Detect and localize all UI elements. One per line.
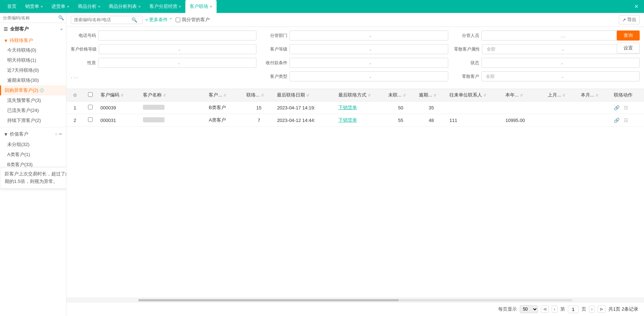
next-page-btn[interactable]: › (589, 306, 595, 313)
repurchase-info-icon[interactable]: ⓘ (40, 88, 44, 93)
page-prefix: 第 (560, 306, 565, 312)
prev-page-btn[interactable]: ‹ (552, 306, 557, 313)
last-month-sort-icon[interactable]: ⇵ (562, 93, 565, 97)
this-month-sort-icon[interactable]: ⇵ (596, 93, 598, 97)
row2-partner: 111 (446, 114, 502, 127)
col-header-check[interactable] (83, 89, 97, 102)
export-button[interactable]: ↗ 导出 (619, 15, 640, 24)
filter-manager-select[interactable]: ... (481, 30, 640, 41)
nav-customer-contact-close[interactable]: × (210, 4, 212, 9)
code-sort-icon[interactable]: ⇵ (121, 93, 124, 97)
nav-sales-close[interactable]: × (41, 4, 43, 9)
window-close-button[interactable]: × (631, 3, 641, 10)
settings-icon[interactable]: ⚙ (73, 93, 77, 98)
scroll-track[interactable] (138, 299, 572, 301)
row1-link-icon[interactable]: 🔗 (614, 105, 620, 110)
more-dots-btn[interactable]: ... (71, 73, 79, 80)
partner-sort-icon[interactable]: ⇵ (483, 93, 486, 97)
nav-product-analysis[interactable]: 商品分析 × (74, 0, 105, 13)
row1-grid-icon[interactable]: ☷ (624, 105, 628, 110)
sidebar-all-customers[interactable]: ☰ 全部客户 « (0, 23, 66, 35)
nav-purchase[interactable]: 进货单 × (47, 0, 73, 13)
sidebar-group-pending[interactable]: ▼ 待联络客户 (0, 35, 66, 45)
last-method-sort-icon[interactable]: ⇵ (368, 93, 371, 97)
sidebar-item-churn-warning[interactable]: 流失预警客户(3) (0, 95, 66, 105)
nav-home[interactable]: 首页 (3, 0, 21, 13)
nav-customer-contact[interactable]: 客户联络 × (185, 0, 216, 13)
sidebar-item-overdue-uncontacted[interactable]: 逾期未联络(30) (0, 75, 66, 85)
col-header-settings[interactable]: ⚙ (66, 89, 83, 102)
sidebar-search-wrap: 🔍 (0, 13, 66, 23)
set-button[interactable]: 设置 (617, 43, 640, 53)
row2-checkbox[interactable] (88, 117, 93, 122)
filter-scatter-attr: 零散客户属性 全部 ⌄ (454, 44, 640, 54)
nav-product-list-close[interactable]: × (138, 4, 140, 9)
nav-purchase-close[interactable]: × (67, 4, 69, 9)
type-sort-icon[interactable]: ⇵ (223, 93, 226, 97)
filter-scatter-attr-select[interactable]: 全部 ⌄ (482, 44, 640, 54)
row2-link-icon[interactable]: 🔗 (614, 118, 620, 123)
col-header-code: 客户编码 ⇵ (98, 89, 140, 102)
sidebar-item-churned[interactable]: 已流失客户(24) (0, 105, 66, 115)
nav-sales[interactable]: 销货单 × (21, 0, 47, 13)
nav-product-list[interactable]: 商品分析列表 × (105, 0, 145, 13)
page-input[interactable] (568, 306, 579, 313)
filter-customer-level-label: 客户等级 (262, 46, 287, 52)
row2-check[interactable] (83, 114, 97, 127)
my-customer-checkbox[interactable] (176, 18, 180, 22)
filter-price-level-select[interactable]: ⌄ (99, 44, 256, 54)
sidebar-edit-icon[interactable]: ✏ (59, 132, 62, 137)
this-year-sort-icon[interactable]: ⇵ (520, 93, 523, 97)
col-header-partner: 往来单位联系人 ⇵ (446, 89, 502, 102)
filter-search-icon[interactable]: 🔍 (131, 17, 137, 23)
sidebar-collapse-icon[interactable]: « (60, 27, 62, 31)
first-page-btn[interactable]: ⊲ (541, 306, 549, 313)
row1-last-date: 2023-04-17 14:19: (274, 102, 335, 114)
sidebar-item-tomorrow[interactable]: 明天待联络(1) (0, 55, 66, 65)
contact-sort-icon[interactable]: ⇵ (261, 93, 264, 97)
filter-customer-level-select[interactable]: ⌄ (289, 44, 448, 54)
per-page-select[interactable]: 50 20 100 (520, 305, 538, 313)
customer-level-arrow-icon: ⌄ (369, 47, 445, 51)
filter-dept-select[interactable]: ⌄ (289, 30, 448, 41)
row1-check[interactable] (83, 102, 97, 114)
filter-nature-select[interactable]: ⌄ (98, 58, 256, 68)
sidebar-search-icon[interactable]: 🔍 (58, 15, 64, 20)
last-page-btn[interactable]: ⊳ (598, 306, 606, 313)
uncontacted-sort-icon[interactable]: ⇵ (403, 93, 406, 97)
sidebar-item-repurchase-abnormal[interactable]: 回购异常客户(2) ⓘ (0, 85, 66, 95)
filter-my-customer[interactable]: 我分管的客户 (176, 16, 210, 23)
filter-more-btn[interactable]: ▿ 更多条件 ⌃ (145, 16, 173, 23)
query-button[interactable]: 查询 (617, 30, 640, 41)
sidebar-search-input[interactable] (3, 15, 57, 20)
horizontal-scrollbar[interactable] (66, 298, 644, 302)
row2-num: 2 (66, 114, 83, 127)
filter-dept: 分管部门 ⌄ (262, 30, 448, 41)
filter-status-select[interactable]: ⌄ (481, 58, 640, 68)
last-date-sort-icon[interactable]: ⇵ (306, 93, 309, 97)
sidebar-item-7days[interactable]: 近7天待联络(0) (0, 65, 66, 75)
sidebar-group-value[interactable]: ▼ 价值客户 ○ ✏ (0, 129, 66, 140)
nav-product-analysis-close[interactable]: × (98, 4, 100, 9)
overdue-sort-icon[interactable]: ⇵ (434, 93, 436, 97)
row2-name-blur (143, 117, 165, 122)
nav-customer-segment-close[interactable]: × (179, 4, 181, 9)
row2-type: A类客户 (206, 114, 244, 127)
sidebar-item-unclassified[interactable]: 未分组(32) (0, 140, 66, 150)
filter-phone-input[interactable] (98, 30, 256, 41)
phone-input-field[interactable] (101, 33, 253, 38)
sidebar-item-today[interactable]: 今天待联络(0) (0, 45, 66, 55)
sidebar-circle-icon[interactable]: ○ (55, 132, 57, 137)
scroll-thumb[interactable] (138, 299, 399, 301)
filter-search-input[interactable] (74, 17, 131, 22)
nav-customer-segment[interactable]: 客户分层经营 × (145, 0, 185, 13)
select-all-checkbox[interactable] (88, 92, 93, 97)
name-sort-icon[interactable]: ⇵ (163, 93, 166, 97)
sidebar-item-declining[interactable]: 持续下滑客户(2) (0, 115, 66, 126)
filter-scatter-customer-select[interactable]: 全部 ⌄ (481, 71, 640, 81)
filter-customer-type-select[interactable]: ⌄ (289, 71, 448, 81)
filter-payment-select[interactable]: ⌄ (289, 58, 448, 68)
row2-grid-icon[interactable]: ☷ (624, 118, 628, 123)
sidebar-item-class-a[interactable]: A类客户(1) (0, 150, 66, 160)
row1-checkbox[interactable] (88, 105, 93, 109)
